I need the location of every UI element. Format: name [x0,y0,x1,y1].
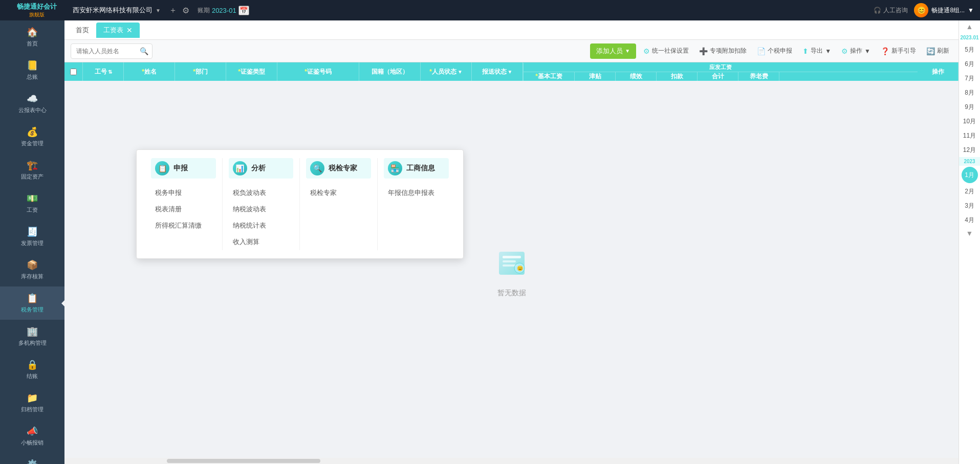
refresh-label: 刷新 [937,47,949,55]
date-month-7[interactable]: 7月 [959,71,980,85]
income-calc-label: 收入测算 [233,238,259,246]
main-layout: 🏠 首页 📒 总账 ☁️ 云报表中心 💰 资金管理 🏗️ 固定资产 💵 工资 🧾… [0,20,980,464]
th-status-filter[interactable]: ▼ [458,69,463,75]
calendar-icon[interactable]: 📅 [238,6,249,15]
sidebar-item-payroll[interactable]: 💵 工资 [0,187,64,220]
tax-expert-col-title: 税检专家 [329,164,357,173]
social-insurance-icon: ⚙ [643,47,650,55]
table-body: 😐 暂无数据 [64,81,959,458]
dropdown-item-income-tax-calc[interactable]: 所得税汇算清缴 [151,217,216,234]
tab-payroll-close[interactable]: ✕ [126,27,133,34]
sidebar-item-funds[interactable]: 💰 资金管理 [0,120,64,153]
help-button[interactable]: 🎧 人工咨询 [874,6,908,15]
date-month-9[interactable]: 9月 [959,100,980,114]
sidebar-item-multi-org[interactable]: 🏢 多机构管理 [0,320,64,353]
th-total-label: 合计 [712,72,724,81]
operation-button[interactable]: ⚙ 操作 ▼ [838,43,874,59]
th-status: * 人员状态 ▼ [421,62,472,81]
tax-report-label: 税务申报 [155,189,182,196]
invoice-icon: 🧾 [27,226,38,237]
date-nav-down[interactable]: ▼ [959,227,980,239]
th-report-status-filter[interactable]: ▼ [508,69,513,75]
social-insurance-button[interactable]: ⚙ 统一社保设置 [640,43,692,59]
period-value: 2023-01 [212,7,236,14]
tax-declaration-icon: 📄 [757,47,766,55]
dropdown-item-tax-form[interactable]: 税表清册 [151,201,216,217]
marketing-icon: 📣 [27,426,38,437]
date-month-10[interactable]: 10月 [959,114,980,128]
svg-rect-2 [503,260,516,262]
special-deduction-button[interactable]: ➕ 专项附加扣除 [696,43,750,59]
sidebar-item-settlement[interactable]: 🔒 结账 [0,353,64,386]
th-name-label: 姓名 [144,68,157,76]
export-button[interactable]: ⬆ 导出 ▼ [799,43,834,59]
date-month-11[interactable]: 11月 [959,128,980,143]
dropdown-item-tax-stats[interactable]: 纳税统计表 [229,217,294,234]
date-month-8[interactable]: 8月 [959,85,980,100]
date-month-3[interactable]: 3月 [959,198,980,213]
tax-check-label: 税检专家 [310,189,337,196]
sidebar-item-cloud[interactable]: ☁️ 云报表中心 [0,87,64,120]
th-pension-label: 养老费 [750,72,768,81]
th-checkbox[interactable] [64,62,83,81]
sidebar-label-cloud: 云报表中心 [18,106,47,114]
date-month-4[interactable]: 4月 [959,213,980,227]
dropdown-item-income-calc[interactable]: 收入测算 [229,234,294,250]
date-month-1[interactable]: 1月 [962,167,978,183]
company-selector[interactable]: 西安虾米网络科技有限公司 ▼ [73,6,161,15]
tax-declaration-button[interactable]: 📄 个税申报 [754,43,795,59]
user-dropdown-arrow[interactable]: ▼ [968,7,974,14]
dropdown-item-annual-report[interactable]: 年报信息申报表 [384,185,449,201]
app-title: 畅捷通好会计 [17,2,57,11]
user-name: 畅捷通8组... [931,6,965,15]
company-name: 西安虾米网络科技有限公司 [73,6,153,15]
scrollbar-thumb[interactable] [167,459,320,463]
svg-text:😐: 😐 [517,265,524,272]
bottom-scrollbar[interactable] [64,458,959,464]
date-month-5[interactable]: 5月 [959,42,980,57]
sidebar-item-marketing[interactable]: 📣 小畅报销 [0,419,64,453]
add-person-button[interactable]: 添加人员 ▼ [590,43,636,59]
th-region-label: 国籍（地区） [372,68,408,76]
select-all-checkbox[interactable] [70,69,77,75]
dropdown-item-tax-payment[interactable]: 纳税波动表 [229,201,294,217]
ledger-icon: 📒 [27,60,38,71]
date-month-12[interactable]: 12月 [959,143,980,157]
empty-text: 暂无数据 [497,289,526,298]
sidebar-item-home[interactable]: 🏠 首页 [0,20,64,54]
dropdown-item-tax-burden[interactable]: 税负波动表 [229,185,294,201]
sidebar-item-inventory[interactable]: 📦 库存核算 [0,253,64,286]
refresh-button[interactable]: 🔄 刷新 [923,43,952,59]
sidebar-item-ledger[interactable]: 📒 总账 [0,54,64,87]
tab-payroll[interactable]: 工资表 ✕ [96,23,140,38]
operation-icon: ⚙ [841,47,848,55]
company-dropdown-arrow[interactable]: ▼ [156,8,161,13]
date-month-6[interactable]: 6月 [959,57,980,71]
sidebar-label-invoice: 发票管理 [21,239,43,247]
date-nav-up[interactable]: ▲ [959,20,980,33]
add-company-button[interactable]: ＋ [169,5,177,16]
top-bar-actions: ＋ ⚙ [169,5,189,16]
sidebar-label-home: 首页 [27,40,38,48]
tab-home[interactable]: 首页 [69,23,96,38]
top-right: 🎧 人工咨询 😊 畅捷通8组... ▼ [874,3,974,17]
export-arrow: ▼ [825,48,831,55]
dropdown-col-declaration: 📋 申报 税务申报 税表清册 所得税汇算清缴 [145,158,223,250]
sidebar-item-invoice[interactable]: 🧾 发票管理 [0,220,64,253]
sidebar-item-assets[interactable]: 🏗️ 固定资产 [0,153,64,187]
new-guide-button[interactable]: ❓ 新手引导 [878,43,919,59]
income-tax-calc-label: 所得税汇算清缴 [155,222,202,229]
dropdown-item-tax-report[interactable]: 税务申报 [151,185,216,201]
date-month-2[interactable]: 2月 [959,184,980,198]
sidebar-label-inventory: 库存核算 [21,273,43,280]
settings-button[interactable]: ⚙ [182,6,189,15]
user-info[interactable]: 😊 畅捷通8组... ▼ [914,3,974,17]
th-id-sort[interactable]: ⇅ [108,69,112,75]
sidebar-item-tax[interactable]: 📋 税务管理 [0,286,64,320]
dropdown-item-tax-check[interactable]: 税检专家 [306,185,371,201]
svg-rect-1 [503,256,521,258]
search-icon: 🔍 [140,47,148,55]
sidebar-item-settings[interactable]: ⚙️ 基础设置 [0,453,64,464]
th-operation: 操作 [918,62,959,81]
sidebar-item-archive[interactable]: 📁 归档管理 [0,386,64,419]
